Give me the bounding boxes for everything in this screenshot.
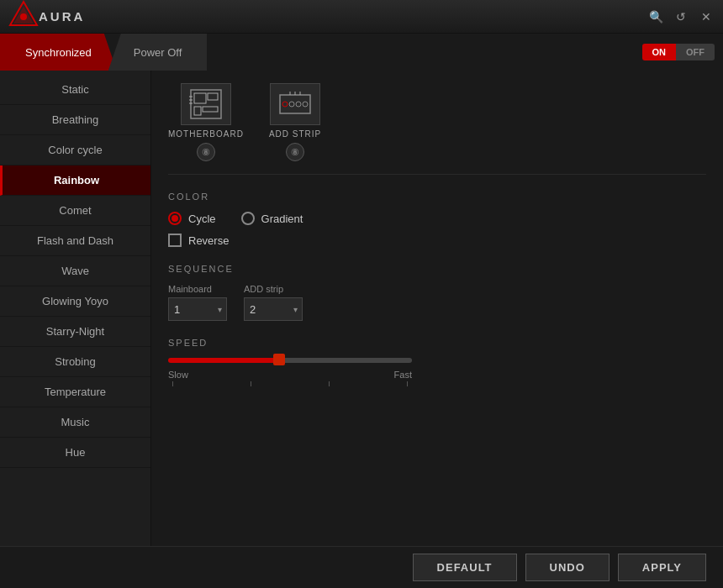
motherboard-icon bbox=[181, 83, 231, 125]
sidebar-item-music[interactable]: Music bbox=[0, 407, 150, 438]
toggle-off-label[interactable]: OFF bbox=[676, 44, 715, 60]
sidebar-item-strobing[interactable]: Strobing bbox=[0, 347, 150, 377]
body-split: Static Breathing Color cycle Rainbow Com… bbox=[0, 71, 723, 546]
color-section: COLOR Cycle Gradient Reverse bbox=[168, 192, 706, 247]
sidebar-item-rainbow[interactable]: Rainbow bbox=[0, 165, 150, 196]
motherboard-label: MOTHERBOARD bbox=[168, 129, 244, 139]
sidebar-item-starry-night[interactable]: Starry-Night bbox=[0, 317, 150, 347]
sequence-section-header: SEQUENCE bbox=[168, 264, 706, 274]
footer: DEFAULT UNDO APPLY bbox=[0, 546, 723, 588]
reverse-checkbox[interactable] bbox=[168, 234, 182, 247]
svg-point-13 bbox=[289, 102, 294, 107]
speed-section: SPEED Slow Fast bbox=[168, 338, 706, 386]
speed-ticks bbox=[168, 381, 412, 386]
speed-slow-label: Slow bbox=[168, 370, 188, 380]
refresh-icon[interactable]: ↺ bbox=[673, 10, 689, 24]
sequence-row: Mainboard 1 ADD strip 2 bbox=[168, 284, 706, 321]
app-title: AURA bbox=[39, 9, 647, 24]
radio-gradient-circle bbox=[241, 212, 255, 225]
svg-rect-7 bbox=[203, 107, 218, 112]
rog-logo bbox=[8, 0, 39, 34]
default-button[interactable]: DEFAULT bbox=[413, 554, 517, 581]
speed-fast-label: Fast bbox=[394, 370, 412, 380]
motherboard-badge: ⑧ bbox=[197, 143, 215, 161]
svg-rect-11 bbox=[280, 95, 310, 113]
tick-4 bbox=[407, 381, 408, 386]
sidebar-item-static[interactable]: Static bbox=[0, 75, 150, 105]
checkbox-reverse[interactable]: Reverse bbox=[168, 234, 706, 247]
radio-cycle-circle bbox=[168, 212, 182, 225]
color-section-header: COLOR bbox=[168, 192, 706, 202]
radio-cycle-dot bbox=[172, 215, 178, 222]
color-options-row: Cycle Gradient bbox=[168, 212, 706, 225]
tick-3 bbox=[329, 381, 330, 386]
device-row: MOTHERBOARD ⑧ bbox=[168, 83, 706, 175]
sidebar-item-glowing-yoyo[interactable]: Glowing Yoyo bbox=[0, 286, 150, 317]
svg-point-2 bbox=[20, 13, 27, 20]
search-icon[interactable]: 🔍 bbox=[647, 10, 664, 24]
sidebar-item-comet[interactable]: Comet bbox=[0, 196, 150, 226]
svg-point-12 bbox=[282, 102, 288, 107]
sidebar-item-wave[interactable]: Wave bbox=[0, 256, 150, 286]
svg-rect-4 bbox=[194, 93, 206, 103]
reverse-label: Reverse bbox=[188, 234, 229, 247]
sequence-section: SEQUENCE Mainboard 1 ADD strip 2 bbox=[168, 264, 706, 321]
sidebar: Static Breathing Color cycle Rainbow Com… bbox=[0, 71, 151, 546]
mainboard-seq-value[interactable]: 1 bbox=[168, 297, 227, 321]
radio-cycle-label: Cycle bbox=[188, 213, 216, 225]
sequence-add-strip: ADD strip 2 bbox=[244, 284, 303, 321]
apply-button[interactable]: APPLY bbox=[618, 554, 706, 581]
svg-rect-5 bbox=[208, 93, 218, 100]
tabbar: Synchronized Power Off ON OFF bbox=[0, 34, 723, 71]
radio-cycle[interactable]: Cycle bbox=[168, 212, 216, 225]
add-strip-seq-value[interactable]: 2 bbox=[244, 297, 303, 321]
tick-1 bbox=[172, 381, 173, 386]
tab-power-off[interactable]: Power Off bbox=[108, 34, 208, 71]
add-strip-icon bbox=[270, 83, 320, 125]
tab-synchronized[interactable]: Synchronized bbox=[0, 34, 117, 71]
device-card-motherboard[interactable]: MOTHERBOARD ⑧ bbox=[168, 83, 244, 161]
tick-2 bbox=[251, 381, 251, 386]
toggle-on-label[interactable]: ON bbox=[642, 44, 677, 60]
svg-point-14 bbox=[296, 102, 301, 107]
close-icon[interactable]: ✕ bbox=[698, 10, 715, 24]
svg-point-15 bbox=[303, 102, 308, 107]
main-container: Synchronized Power Off ON OFF Static Bre… bbox=[0, 34, 723, 588]
speed-labels: Slow Fast bbox=[168, 370, 412, 380]
radio-gradient[interactable]: Gradient bbox=[241, 212, 303, 225]
device-card-add-strip[interactable]: ADD STRIP ⑧ bbox=[269, 83, 321, 161]
svg-rect-6 bbox=[194, 107, 201, 115]
add-strip-badge: ⑧ bbox=[286, 143, 304, 161]
speed-thumb[interactable] bbox=[273, 354, 285, 365]
titlebar: AURA 🔍 ↺ ✕ bbox=[0, 0, 723, 34]
undo-button[interactable]: UNDO bbox=[525, 554, 610, 581]
content-area: MOTHERBOARD ⑧ bbox=[151, 71, 723, 546]
sidebar-item-hue[interactable]: Hue bbox=[0, 438, 150, 468]
sidebar-item-breathing[interactable]: Breathing bbox=[0, 105, 150, 135]
mainboard-seq-label: Mainboard bbox=[168, 284, 227, 294]
sequence-mainboard: Mainboard 1 bbox=[168, 284, 227, 321]
power-toggle[interactable]: ON OFF bbox=[642, 34, 715, 71]
add-strip-seq-label: ADD strip bbox=[244, 284, 303, 294]
radio-gradient-label: Gradient bbox=[261, 213, 303, 225]
speed-slider-container bbox=[168, 358, 706, 363]
sidebar-item-temperature[interactable]: Temperature bbox=[0, 377, 150, 407]
sidebar-item-color-cycle[interactable]: Color cycle bbox=[0, 135, 150, 165]
sidebar-item-flash-and-dash[interactable]: Flash and Dash bbox=[0, 226, 150, 256]
speed-section-header: SPEED bbox=[168, 338, 706, 348]
window-controls: 🔍 ↺ ✕ bbox=[647, 10, 715, 24]
add-strip-label: ADD STRIP bbox=[269, 129, 321, 139]
speed-track[interactable] bbox=[168, 358, 412, 363]
